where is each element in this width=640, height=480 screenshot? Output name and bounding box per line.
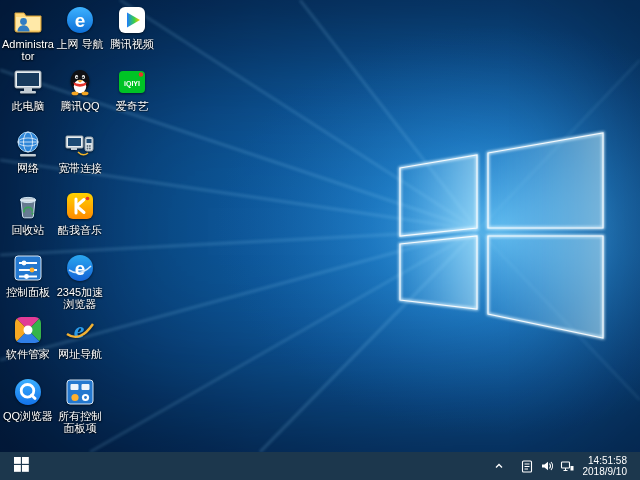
recycle-bin-icon — [12, 190, 44, 222]
desktop-icon-network[interactable]: 网络 — [2, 128, 54, 190]
desktop-icon-label: 宽带连接 — [58, 162, 102, 174]
speaker-icon[interactable] — [537, 452, 557, 480]
iqiyi-icon: iQIYI — [116, 66, 148, 98]
taskbar: 14:51:58 2018/9/10 — [0, 452, 640, 480]
desktop-icon-broadband-connection[interactable]: 宽带连接 — [54, 128, 106, 190]
desktop-icon-label: QQ浏览器 — [3, 410, 53, 422]
desktop-icon-label: 网址导航 — [58, 348, 102, 360]
desktop-icon-software-manager[interactable]: 软件管家 — [2, 314, 54, 376]
network-icon[interactable] — [557, 452, 577, 480]
desktop-icon-recycle-bin[interactable]: 回收站 — [2, 190, 54, 252]
desktop-icon-grid: Administrator e 上网 导航 — [2, 4, 158, 438]
desktop-icon-label: 此电脑 — [12, 100, 45, 112]
start-button[interactable] — [0, 452, 42, 480]
desktop-icon-2345-browser[interactable]: e 2345加速浏览器 — [54, 252, 106, 314]
tencent-video-icon — [116, 4, 148, 36]
ie-icon: e — [64, 314, 96, 346]
svg-text:iQIYI: iQIYI — [124, 80, 140, 88]
desktop-icon-web-navigator[interactable]: e 上网 导航 — [54, 4, 106, 66]
windows-start-icon — [14, 457, 29, 476]
clock-date: 2018/9/10 — [583, 466, 628, 477]
desktop-icon-label: 网络 — [17, 162, 39, 174]
svg-text:e: e — [74, 317, 85, 343]
desktop-icon-all-control-panel-items[interactable]: 所有控制面板项 — [54, 376, 106, 438]
network-globe-icon — [12, 128, 44, 160]
taskbar-empty-area[interactable] — [42, 452, 489, 480]
desktop-icon-label: 软件管家 — [6, 348, 50, 360]
desktop-icon-control-panel[interactable]: 控制面板 — [2, 252, 54, 314]
clock-time: 14:51:58 — [583, 455, 628, 466]
broadband-icon — [64, 128, 96, 160]
desktop-icon-tencent-video[interactable]: 腾讯视频 — [106, 4, 158, 66]
desktop-icon-kuwo-music[interactable]: 酷我音乐 — [54, 190, 106, 252]
desktop-icon-label: 爱奇艺 — [116, 100, 149, 112]
svg-text:e: e — [75, 258, 86, 279]
desktop-icon-tencent-qq[interactable]: 腾讯QQ — [54, 66, 106, 128]
ime-icon[interactable] — [517, 452, 537, 480]
windows-desktop-screen: Administrator e 上网 导航 — [0, 0, 640, 480]
navigator-e-icon: e — [64, 4, 96, 36]
desktop-icon-website-navigation[interactable]: e 网址导航 — [54, 314, 106, 376]
desktop-icon-label: 所有控制面板项 — [54, 410, 106, 434]
kuwo-music-icon — [64, 190, 96, 222]
system-tray: 14:51:58 2018/9/10 — [489, 452, 640, 480]
desktop-icon-label: 腾讯QQ — [60, 100, 99, 112]
desktop-icon-label: 上网 导航 — [56, 38, 103, 50]
desktop-icon-iqiyi[interactable]: iQIYI 爱奇艺 — [106, 66, 158, 128]
desktop-icon-this-pc[interactable]: 此电脑 — [2, 66, 54, 128]
desktop[interactable]: Administrator e 上网 导航 — [0, 0, 640, 452]
chevron-up-icon[interactable] — [489, 452, 509, 480]
2345-browser-icon: e — [64, 252, 96, 284]
this-pc-icon — [12, 66, 44, 98]
all-control-panel-items-icon — [64, 376, 96, 408]
desktop-icon-label: 2345加速浏览器 — [54, 286, 106, 310]
desktop-icon-administrator[interactable]: Administrator — [2, 4, 54, 66]
qq-penguin-icon — [64, 66, 96, 98]
software-manager-icon — [12, 314, 44, 346]
user-folder-icon — [12, 4, 44, 36]
desktop-icon-label: 腾讯视频 — [110, 38, 154, 50]
taskbar-clock[interactable]: 14:51:58 2018/9/10 — [577, 455, 636, 477]
desktop-icon-label: 控制面板 — [6, 286, 50, 298]
desktop-icon-label: 酷我音乐 — [58, 224, 102, 236]
qq-browser-icon — [12, 376, 44, 408]
control-panel-icon — [12, 252, 44, 284]
desktop-icon-qq-browser[interactable]: QQ浏览器 — [2, 376, 54, 438]
svg-text:e: e — [75, 10, 86, 31]
desktop-icon-label: Administrator — [2, 38, 54, 62]
desktop-icon-label: 回收站 — [12, 224, 45, 236]
